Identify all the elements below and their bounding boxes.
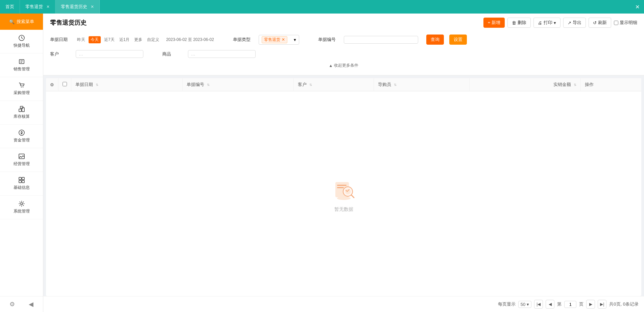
filter-area: 单据日期 昨天 今天 近7天 近1月 更多 自定义 2023-06-02 至 2… (50, 32, 637, 75)
sidebar-item-sales[interactable]: 销售管理 (0, 53, 43, 77)
next-page-button[interactable]: ▶ (586, 300, 595, 309)
sidebar-item-system[interactable]: 系统管理 (0, 196, 43, 219)
search-icon: 🔍 (9, 19, 15, 24)
empty-text: 暂无数据 (334, 206, 353, 213)
print-dropdown-icon: ▾ (554, 20, 556, 25)
sidebar-item-basic-info[interactable]: 基础信息 (0, 172, 43, 196)
toolbar: + 新增 🗑 删除 🖨 打印 ▾ ↗ 导出 ↺ (483, 18, 637, 28)
doc-no-input[interactable] (344, 36, 418, 44)
export-icon: ↗ (568, 20, 571, 25)
query-button[interactable]: 查询 (426, 35, 444, 45)
collapse-sidebar-icon[interactable]: ◀ (29, 300, 33, 308)
date-label: 单据日期 (50, 37, 70, 43)
tab-retail-return-history-close[interactable]: ✕ (91, 4, 94, 9)
svg-point-7 (19, 130, 24, 135)
sidebar-item-purchase[interactable]: 采购管理 (0, 77, 43, 101)
select-all-checkbox[interactable] (63, 82, 67, 86)
page-label: 第 (557, 301, 562, 307)
col-doc-date: 单据日期 ⇅ (71, 78, 183, 91)
window-close-button[interactable]: ✕ (630, 0, 644, 14)
page-size-select[interactable]: 50 ▾ (518, 301, 531, 308)
svg-rect-10 (22, 177, 24, 180)
prev-page-button[interactable]: ◀ (546, 300, 554, 309)
page-number-input[interactable] (564, 301, 576, 308)
svg-rect-4 (19, 109, 21, 112)
print-icon: 🖨 (538, 20, 542, 25)
page-title-bar: 零售退货历史 + 新增 🗑 删除 🖨 打印 ▾ ↗ 导出 (50, 18, 637, 28)
sort-amount-icon[interactable]: ⇅ (574, 83, 576, 87)
sales-icon (18, 58, 25, 65)
tab-home[interactable]: 首页 (0, 0, 20, 14)
page-suffix: 页 (579, 301, 583, 307)
first-page-button[interactable]: |◀ (534, 300, 543, 309)
shortcut-more[interactable]: 更多 (133, 37, 144, 43)
doc-type-tag-close[interactable]: ✕ (282, 37, 285, 42)
sidebar: 🔍 搜索菜单 快捷导航 销售管理 采购管理 (0, 14, 43, 312)
table-settings-icon[interactable]: ⚙ (50, 82, 54, 87)
customer-select[interactable]: … (76, 50, 143, 58)
export-button[interactable]: ↗ 导出 (563, 18, 586, 28)
sort-customer-icon[interactable]: ⇅ (309, 83, 312, 87)
doc-type-label: 单据类型 (233, 37, 253, 43)
svg-rect-12 (22, 180, 24, 183)
goods-label: 商品 (162, 51, 183, 57)
doc-no-label: 单据编号 (318, 37, 338, 43)
sidebar-search[interactable]: 🔍 搜索菜单 (0, 14, 43, 30)
sidebar-item-quick-nav[interactable]: 快捷导航 (0, 30, 43, 53)
settings-filter-button[interactable]: 设置 (449, 35, 467, 45)
display-detail-checkbox[interactable]: 显示明细 (614, 20, 637, 26)
doc-type-tag: 零售退货 ✕ (262, 36, 287, 43)
svg-line-20 (351, 195, 354, 198)
collapse-up-icon: ▲ (329, 63, 333, 68)
total-info: 共0页, 0条记录 (609, 301, 639, 307)
print-button[interactable]: 🖨 打印 ▾ (533, 18, 560, 28)
goods-select[interactable]: … (188, 50, 256, 58)
date-range-text: 2023-06-02 至 2023-06-02 (166, 37, 214, 43)
sort-guide-icon[interactable]: ⇅ (394, 83, 397, 87)
data-table: ⚙ 单据日期 ⇅ 单据编号 ⇅ (46, 78, 641, 91)
settings-bottom-icon[interactable]: ⚙ (9, 300, 15, 308)
refresh-button[interactable]: ↺ 刷新 (589, 18, 611, 28)
sidebar-item-operation[interactable]: 经营管理 (0, 148, 43, 172)
filter-row-1: 单据日期 昨天 今天 近7天 近1月 更多 自定义 2023-06-02 至 2… (50, 32, 637, 47)
shortcut-1month[interactable]: 近1月 (118, 37, 131, 43)
svg-rect-16 (337, 185, 347, 186)
shortcut-7days[interactable]: 近7天 (103, 37, 116, 43)
doc-type-select[interactable]: 零售退货 ✕ ▾ (259, 35, 299, 45)
svg-rect-9 (19, 177, 21, 180)
tab-retail-return-close[interactable]: ✕ (46, 4, 50, 9)
page-title: 零售退货历史 (50, 19, 87, 27)
last-page-button[interactable]: ▶| (598, 300, 606, 309)
col-settings: ⚙ (46, 78, 58, 91)
col-amount: 实销金额 ⇅ (469, 78, 580, 91)
basic-info-icon (18, 177, 25, 183)
svg-point-13 (21, 203, 23, 205)
delete-button[interactable]: 🗑 删除 (507, 18, 531, 28)
page-size-label: 每页显示 (498, 301, 516, 307)
svg-rect-1 (19, 60, 24, 64)
tab-retail-return-history[interactable]: 零售退货历史 ✕ (55, 0, 100, 14)
date-shortcuts: 昨天 今天 近7天 近1月 更多 自定义 (76, 36, 161, 43)
col-checkbox (58, 78, 71, 91)
tab-retail-return[interactable]: 零售退货 ✕ (20, 0, 55, 14)
col-doc-no: 单据编号 ⇅ (183, 78, 294, 91)
sidebar-item-finance[interactable]: 资金管理 (0, 125, 43, 148)
collapse-bar: ▲ 收起更多条件 (50, 61, 637, 72)
display-detail-input[interactable] (614, 21, 618, 25)
svg-rect-6 (20, 106, 23, 108)
refresh-icon: ↺ (593, 20, 597, 25)
top-bar: 首页 零售退货 ✕ 零售退货历史 ✕ ✕ (0, 0, 644, 14)
sort-doc-no-icon[interactable]: ⇅ (207, 83, 210, 87)
operation-icon (18, 153, 25, 160)
svg-rect-11 (19, 180, 21, 183)
inventory-icon (18, 106, 25, 112)
svg-rect-17 (337, 187, 344, 188)
shortcut-custom[interactable]: 自定义 (146, 37, 161, 43)
sort-doc-date-icon[interactable]: ⇅ (96, 83, 98, 87)
quick-nav-icon (18, 35, 25, 41)
add-button[interactable]: + 新增 (483, 18, 505, 28)
shortcut-today[interactable]: 今天 (89, 36, 101, 43)
collapse-button[interactable]: ▲ 收起更多条件 (325, 61, 363, 70)
sidebar-item-inventory[interactable]: 库存核算 (0, 101, 43, 125)
shortcut-yesterday[interactable]: 昨天 (76, 37, 87, 43)
